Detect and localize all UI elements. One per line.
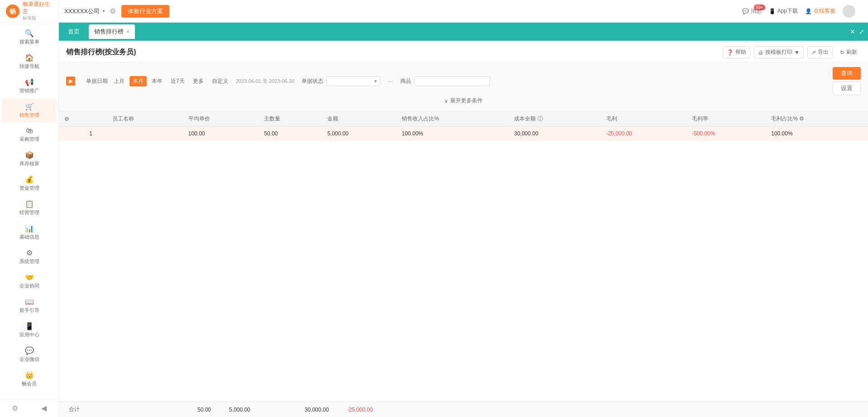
sidebar-item-finance[interactable]: 💰资金管理 (2, 172, 57, 195)
company-selector[interactable]: XXXXXX公司 ▼ (64, 7, 106, 15)
topbar-settings-icon[interactable]: ⚙ (110, 7, 116, 15)
sidebar-item-member[interactable]: 👑畅会员 (2, 367, 57, 391)
sidebar-item-inventory[interactable]: 📦库存核算 (2, 147, 57, 171)
window-maximize-icon[interactable]: ⤢ (859, 28, 864, 35)
date-prev-btn[interactable]: 上月 (110, 76, 128, 86)
sidebar-item-sales[interactable]: 🛒销售管理 (2, 99, 57, 122)
tab-close-icon[interactable]: × (126, 29, 129, 35)
col-cost: 成本全额 ⓘ (508, 111, 600, 127)
data-table: ⚙ 员工名称 平均单价 主数量 金额 销售收入占比% 成本全额 ⓘ 毛利 毛利率… (59, 111, 868, 141)
filter-toggle-arrow[interactable]: ▶ (66, 77, 75, 86)
sidebar-item-basic[interactable]: 📊基础信息 (2, 220, 57, 244)
sidebar-label-sales: 销售管理 (19, 112, 39, 119)
cell-gross: -25,000.00 (601, 127, 686, 141)
footer-gross: -25,000.00 (338, 407, 382, 413)
date-cur-btn[interactable]: 本月 (129, 76, 147, 86)
status-label: 单据状态 (302, 77, 323, 85)
window-close-icon[interactable]: ✕ (850, 28, 855, 35)
sidebar-item-search[interactable]: 🔍搜索菜单 (2, 25, 57, 49)
sidebar-item-wechat[interactable]: 💬企业微信 (2, 343, 57, 366)
app-label: App下载 (777, 7, 798, 15)
sidebar-icon-member: 👑 (25, 371, 34, 379)
sidebar-label-wechat: 企业微信 (19, 356, 39, 363)
sidebar-icon-search: 🔍 (25, 29, 34, 38)
sidebar-item-marketing[interactable]: 📢营销推广 (2, 74, 57, 98)
goods-input[interactable] (414, 76, 490, 86)
service-icon: 👤 (805, 8, 812, 14)
print-btn[interactable]: 🖨 按模板打印 ▼ (754, 46, 804, 58)
table-row: 1 100.00 50.00 5,000.00 100.00% 30,000.0… (59, 127, 868, 141)
query-btn[interactable]: 查询 (833, 67, 861, 80)
sidebar-settings-icon[interactable]: ⚙ (12, 404, 18, 412)
table-area: ⚙ 员工名称 平均单价 主数量 金额 销售收入占比% 成本全额 ⓘ 毛利 毛利率… (59, 111, 868, 402)
sidebar-item-apps[interactable]: 📱应用中心 (2, 318, 57, 342)
logo-icon: 畅 (5, 4, 20, 19)
date-custom-btn[interactable]: 自定义 (209, 76, 231, 86)
avatar[interactable] (843, 5, 855, 18)
filter-settings-btn[interactable]: 设置 (833, 81, 861, 95)
sidebar-label-inventory: 库存核算 (19, 160, 39, 167)
trial-btn[interactable]: 体验行业方案 (121, 5, 169, 18)
filter-area: ▶ 单据日期 上月 本月 本年 近7天 更多 自定义 2023-06-01 至 … (59, 62, 868, 111)
table-header: ⚙ 员工名称 平均单价 主数量 金额 销售收入占比% 成本全额 ⓘ 毛利 毛利率… (59, 111, 868, 127)
sidebar-label-member: 畅会员 (22, 380, 37, 387)
message-icon: 💬 (742, 8, 749, 14)
help-icon: ❓ (727, 49, 734, 56)
sidebar-item-guide[interactable]: 📖新手引导 (2, 294, 57, 317)
content-area: 销售排行榜(按业务员) ❓ 帮助 🖨 按模板打印 ▼ ↗ 导出 (59, 41, 868, 417)
sidebar-item-purchase[interactable]: 🛍采购管理 (2, 123, 57, 146)
filter-expand-btn[interactable]: ∨ 展开更多条件 (66, 95, 861, 106)
sidebar-icon-wechat: 💬 (25, 346, 34, 355)
sidebar: 畅 畅康通好生意 标准版 🔍搜索菜单🏠快捷导航📢营销推广🛒销售管理🛍采购管理📦库… (0, 0, 59, 417)
sidebar-footer: ⚙ ◀ (0, 399, 58, 417)
sidebar-item-enterprise[interactable]: 🤝企业协同 (2, 269, 57, 293)
date-7days-btn[interactable]: 近7天 (168, 76, 188, 86)
sidebar-logo: 畅 畅康通好生意 标准版 (0, 0, 58, 23)
col-gross-rate: 毛利率 (686, 111, 766, 127)
service-btn[interactable]: 👤 在线客服 (805, 7, 835, 15)
sidebar-collapse-icon[interactable]: ◀ (41, 404, 47, 412)
footer-amount: 5,000.00 (220, 407, 259, 413)
col-settings-icon[interactable]: ⚙ (59, 111, 75, 127)
cell-sales-ratio: 100.00% (396, 127, 508, 141)
sidebar-label-search: 搜索菜单 (19, 38, 39, 45)
status-filter: 单据状态 ▼ (302, 76, 380, 86)
sidebar-item-system[interactable]: ⚙系统管理 (2, 245, 57, 268)
app-download-btn[interactable]: 📱 App下载 (769, 7, 798, 15)
sidebar-label-purchase: 采购管理 (19, 136, 39, 143)
cell-employee (107, 127, 182, 141)
export-btn[interactable]: ↗ 导出 (807, 46, 833, 58)
sidebar-label-basic: 基础信息 (19, 234, 39, 240)
company-name: XXXXXX公司 (64, 7, 100, 15)
main-area: XXXXXX公司 ▼ ⚙ 体验行业方案 💬 消息 99+ 📱 App下载 👤 在… (59, 0, 868, 417)
page-title: 销售排行榜(按业务员) (66, 48, 136, 57)
filter-more-dots[interactable]: ··· (388, 77, 393, 85)
tab-sales-ranking[interactable]: 销售排行榜 × (89, 24, 135, 39)
tab-home[interactable]: 首页 (61, 23, 87, 41)
sidebar-icon-enterprise: 🤝 (25, 273, 34, 282)
sidebar-item-shortcut[interactable]: 🏠快捷导航 (2, 50, 57, 73)
help-btn[interactable]: ❓ 帮助 (723, 46, 750, 58)
cell-avg-price: 100.00 (183, 127, 259, 141)
date-more-btn[interactable]: 更多 (190, 76, 207, 86)
filter-row: ▶ 单据日期 上月 本月 本年 近7天 更多 自定义 2023-06-01 至 … (66, 67, 861, 95)
refresh-btn[interactable]: ↻ 刷新 (836, 47, 861, 58)
date-filter: 单据日期 上月 本月 本年 近7天 更多 自定义 2023-06-01 至 20… (86, 76, 294, 86)
app-icon: 📱 (769, 8, 776, 14)
table-footer: 合计 50.00 5,000.00 30,000.00 -25,000.00 (59, 402, 868, 417)
sidebar-item-operation[interactable]: 📋经营管理 (2, 196, 57, 220)
sidebar-icon-guide: 📖 (25, 297, 34, 306)
sidebar-icon-purchase: 🛍 (26, 127, 33, 135)
expand-chevron-icon: ∨ (444, 98, 448, 104)
col-rank (75, 111, 107, 127)
company-dropdown-icon: ▼ (101, 9, 106, 14)
message-btn[interactable]: 💬 消息 99+ (742, 7, 762, 15)
date-year-btn[interactable]: 本年 (149, 76, 166, 86)
service-label: 在线客服 (814, 7, 835, 15)
status-select[interactable] (326, 76, 380, 86)
date-range-display: 2023-06-01 至 2023-06-30 (236, 78, 295, 85)
date-buttons: 上月 本月 本年 近7天 更多 自定义 (110, 76, 231, 86)
export-icon: ↗ (811, 49, 816, 56)
tabbar-right: ✕ ⤢ (850, 28, 868, 35)
cell-gross-ratio: 100.00% (766, 127, 868, 141)
